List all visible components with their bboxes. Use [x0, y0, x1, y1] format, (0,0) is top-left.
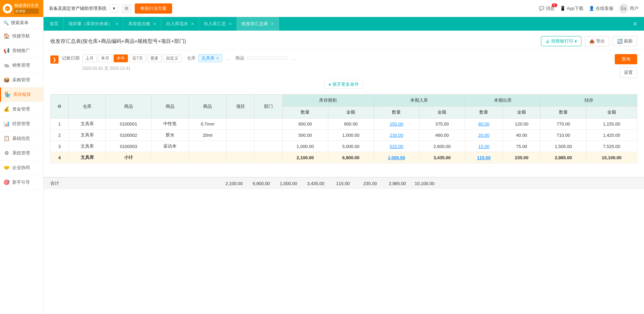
row-in-amt: 460.00 [419, 130, 465, 141]
warehouse-tag[interactable]: 文具库 ✕ [198, 54, 222, 62]
table-row: 2文具库0100002胶水20ml500.001,000.00230.00460… [51, 130, 637, 141]
row-out-qty[interactable]: 20.00 [465, 130, 502, 141]
date-btn-this-year[interactable]: 本年 [114, 54, 128, 62]
row-out-qty[interactable]: 115.00 [465, 152, 502, 163]
close-window-icon[interactable]: ✕ [629, 21, 641, 27]
chevron-down-icon: ▾ [575, 39, 577, 44]
settings-gear-icon[interactable]: ⚙ [122, 4, 131, 13]
print-button[interactable]: 🖨 按模板打印 ▾ [541, 36, 581, 46]
th-settings[interactable]: ⚙ [51, 95, 69, 118]
footer-open-qty: 2,100.00 [220, 181, 248, 186]
row-project [227, 152, 254, 163]
sidebar-item-quick-nav[interactable]: 🏠 快捷导航 [0, 29, 43, 44]
row-out-qty[interactable]: 80.00 [465, 118, 502, 130]
search-icon: 🔍 [3, 20, 9, 26]
export-button[interactable]: 📤 导出 [585, 36, 609, 46]
warehouse-tag-close[interactable]: ✕ [216, 56, 219, 61]
th-out: 本期出库 [465, 95, 540, 106]
warehouse-more[interactable]: ... [226, 56, 230, 61]
system-title-dropdown[interactable]: ▾ [110, 4, 118, 13]
warehouse-filter: 仓库 文具库 ✕ ... [187, 54, 230, 62]
row-product-code: 0100001 [106, 118, 151, 130]
topbar-right: 💬 消息 6 📱 App下载 👤 在线客服 Ea 用户 [539, 4, 639, 13]
sidebar-item-label: 快捷导航 [12, 33, 30, 39]
sidebar-item-inventory[interactable]: 🏪 库存核算 [0, 87, 43, 102]
row-product-spec [189, 141, 227, 152]
tab-inout-flow[interactable]: 出入库流水 ✕ [161, 17, 199, 31]
footer-bar: 合计 2,100.00 6,900.00 1,000.00 3,435.00 1… [44, 177, 644, 189]
filter-section: 记账日期 上月 本月 本年 近7天 更多 自定义 仓库 [62, 54, 611, 71]
app-download-button[interactable]: 📱 App下载 [560, 5, 583, 12]
right-action-panel: 查询 设置 [615, 54, 637, 78]
sidebar-item-finance[interactable]: 💰 资金管理 [0, 102, 43, 117]
user-menu[interactable]: Ea 用户 [619, 4, 639, 13]
product-more[interactable]: ... [292, 56, 296, 61]
inventory-icon: 🏪 [4, 92, 11, 98]
sidebar-item-marketing[interactable]: 📢 营销推广 [0, 44, 43, 58]
row-department [254, 130, 282, 141]
row-in-qty[interactable]: 250.00 [374, 118, 419, 130]
refresh-button[interactable]: 🔄 刷新 [613, 36, 637, 46]
tab-label: 出入库流水 [166, 21, 188, 27]
row-open-amt: 900.00 [328, 118, 374, 130]
sidebar-item-purchase[interactable]: 📦 采购管理 [0, 73, 43, 87]
sidebar-item-operation[interactable]: 📊 经营管理 [0, 117, 43, 131]
filter-toggle-button[interactable]: ❯ [50, 55, 59, 64]
filter-bar: ❯ 记账日期 上月 本月 本年 近7天 更多 自定义 [44, 50, 644, 78]
th-project: 项目 [227, 95, 254, 118]
export-icon: 📤 [589, 39, 595, 44]
message-button[interactable]: 💬 消息 6 [539, 5, 555, 12]
row-in-qty[interactable]: 1,000.00 [374, 152, 419, 163]
date-btn-this-month[interactable]: 本月 [98, 54, 112, 62]
row-out-qty[interactable]: 15.00 [465, 141, 502, 152]
tab-bar: 首页 现存量（库存分布表） ✕ 库存批次账 ✕ 出入库流水 ✕ 出入库汇总 ✕ … [44, 17, 644, 31]
row-open-qty: 1,000.00 [282, 141, 328, 152]
row-department [254, 118, 282, 130]
tab-batch[interactable]: 库存批次账 ✕ [123, 17, 161, 31]
row-warehouse: 文具库 [68, 141, 106, 152]
expand-conditions-button[interactable]: ▾ 展开更多条件 [324, 80, 363, 89]
message-badge: 6 [552, 3, 557, 7]
page-title: 收发存汇总表(按仓库+商品编码+商品+规格型号+项目+部门) [50, 38, 186, 45]
date-btn-7days[interactable]: 近7天 [129, 54, 146, 62]
sidebar-item-search[interactable]: 🔍 搜索菜单 [0, 17, 43, 29]
tab-close-icon[interactable]: ✕ [153, 22, 156, 26]
th-out-qty: 数量 [465, 106, 502, 118]
settings-button[interactable]: 设置 [620, 67, 637, 78]
date-btn-custom[interactable]: 自定义 [163, 54, 181, 62]
sidebar-item-system[interactable]: ⚙ 系统管理 [0, 146, 43, 161]
product-input[interactable] [247, 57, 288, 60]
trial-button[interactable]: 体验行业方案 [135, 3, 172, 14]
row-open-amt: 6,900.00 [328, 152, 374, 163]
table-container: ⚙ 仓库 商品 商品 商品 项目 部门 库存期初 本期入库 本期出库 结存 数量 [44, 94, 644, 163]
tab-recv-send-summary[interactable]: 收发存汇总表 ✕ [237, 17, 279, 31]
purchase-icon: 📦 [3, 77, 10, 83]
sidebar-item-basic[interactable]: 📋 基础信息 [0, 131, 43, 146]
tab-close-icon[interactable]: ✕ [271, 22, 274, 26]
tab-close-icon[interactable]: ✕ [115, 22, 118, 26]
tab-close-icon[interactable]: ✕ [229, 22, 232, 26]
query-button[interactable]: 查询 [615, 54, 637, 64]
row-in-qty[interactable]: 230.00 [374, 130, 419, 141]
table-row: 3文具库0100003采访本1,000.005,000.00520.002,60… [51, 141, 637, 152]
sidebar-item-collab[interactable]: 🤝 企业协同 [0, 161, 43, 175]
row-project [227, 130, 254, 141]
marketing-icon: 📢 [3, 48, 10, 54]
date-btn-more[interactable]: 更多 [147, 54, 162, 62]
th-close-amt: 金额 [586, 106, 637, 118]
sidebar-item-sales[interactable]: 🛍 销售管理 [0, 58, 43, 73]
row-in-qty[interactable]: 520.00 [374, 141, 419, 152]
row-close-amt: 1,420.00 [586, 130, 637, 141]
svg-text:6: 6 [6, 7, 7, 10]
tab-home[interactable]: 首页 [46, 17, 64, 31]
online-service-button[interactable]: 👤 在线客服 [589, 5, 613, 12]
tab-inout-summary[interactable]: 出入库汇总 ✕ [199, 17, 237, 31]
row-warehouse: 文具库 [68, 152, 106, 163]
sidebar-item-guide[interactable]: 🎯 新手引导 [0, 175, 43, 190]
tab-stock-dist[interactable]: 现存量（库存分布表） ✕ [64, 17, 123, 31]
date-btn-last-month[interactable]: 上月 [82, 54, 97, 62]
row-close-amt: 10,100.00 [586, 152, 637, 163]
tab-close-icon[interactable]: ✕ [191, 22, 194, 26]
online-service-label: 在线客服 [596, 5, 613, 12]
sidebar-item-label: 基础信息 [12, 135, 30, 142]
